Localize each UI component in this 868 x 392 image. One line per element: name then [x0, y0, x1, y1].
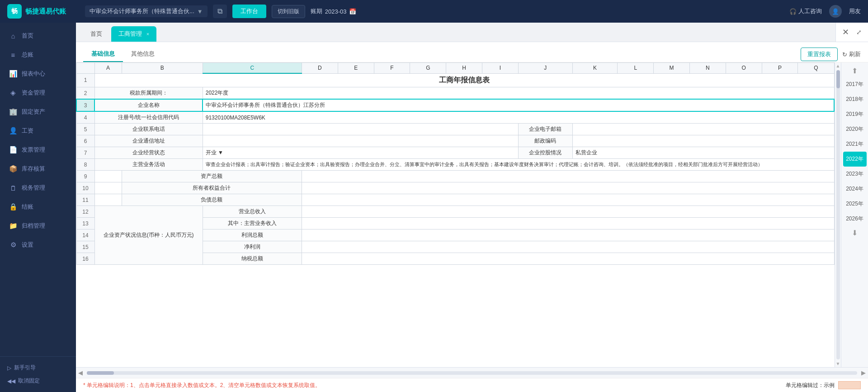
- footer-right: 单元格编辑过：示例: [786, 381, 861, 389]
- net-profit-value[interactable]: [302, 241, 834, 253]
- profit-total-value[interactable]: [302, 229, 834, 241]
- year-item-2018[interactable]: 2018年: [843, 92, 867, 107]
- scroll-up-icon[interactable]: ▲: [836, 63, 840, 68]
- chevron-down-icon: ▼: [197, 8, 203, 15]
- sidebar-item-salary[interactable]: 👤 工资: [0, 121, 76, 140]
- expand-icon[interactable]: ⤢: [854, 27, 863, 38]
- revenue-total-value[interactable]: [302, 206, 834, 218]
- tax-period-value[interactable]: 2022年度: [203, 87, 834, 100]
- reg-num-value[interactable]: 91320100MA208E5W6K: [203, 111, 834, 124]
- calendar-icon[interactable]: 📅: [349, 8, 356, 15]
- assets-value[interactable]: [302, 171, 834, 182]
- tab-business-mgmt[interactable]: 工商管理 ×: [111, 26, 156, 42]
- sidebar-item-home[interactable]: ⌂ 首页: [0, 26, 76, 45]
- postal-value[interactable]: [572, 135, 834, 147]
- unpin-button[interactable]: ◀◀ 取消固定: [7, 374, 69, 387]
- sidebar-bottom: ▷ 新手引导 ◀◀ 取消固定: [0, 356, 76, 392]
- sidebar-item-inventory[interactable]: 📦 库存核算: [0, 159, 76, 178]
- main-biz-label: 主营业务活动: [94, 159, 203, 171]
- settings-icon: ⚙: [9, 241, 17, 249]
- user-avatar[interactable]: 👤: [829, 5, 842, 18]
- refresh-button[interactable]: ↻ 刷新: [842, 50, 861, 58]
- sidebar-item-asset[interactable]: 🏢 固定资产: [0, 102, 76, 121]
- reset-table-button[interactable]: 重置报表: [801, 48, 838, 61]
- v-scrollbar[interactable]: ▲ ▼: [835, 62, 841, 367]
- row-num-13: 13: [76, 218, 94, 229]
- spreadsheet-container[interactable]: A B C D E F G H I J: [76, 62, 835, 367]
- sidebar-item-settings[interactable]: ⚙ 设置: [0, 235, 76, 254]
- year-item-2025[interactable]: 2025年: [843, 196, 867, 211]
- liab-value[interactable]: [302, 194, 834, 206]
- email-label: 企业电子邮箱: [518, 124, 572, 135]
- equity-value[interactable]: [302, 182, 834, 194]
- sidebar-item-closing[interactable]: 🔒 结账: [0, 197, 76, 216]
- contact-value[interactable]: [203, 124, 518, 135]
- tax-total-value[interactable]: [302, 253, 834, 265]
- sidebar-item-invoice[interactable]: 📄 发票管理: [0, 140, 76, 159]
- year-item-2023[interactable]: 2023年: [843, 167, 867, 182]
- salary-icon: 👤: [9, 127, 17, 135]
- new-user-guide-button[interactable]: ▷ 新手引导: [7, 361, 69, 374]
- year-scroll-down-button[interactable]: ⬇: [847, 226, 863, 239]
- table-title-cell[interactable]: 工商年报信息表: [94, 73, 834, 87]
- copy-button[interactable]: ⧉: [213, 5, 227, 18]
- sub-tab-basic[interactable]: 基础信息: [83, 47, 123, 62]
- table-row: 1 工商年报信息表: [76, 73, 834, 87]
- app-name: 畅捷通易代账: [25, 7, 66, 16]
- year-item-2024[interactable]: 2024年: [843, 182, 867, 196]
- company-selector[interactable]: 中审众环会计师事务所（特殊普通合伙... ▼: [85, 5, 208, 17]
- main-revenue-value[interactable]: [302, 218, 834, 229]
- sub-tab-other[interactable]: 其他信息: [123, 47, 163, 62]
- sidebar-item-ledger[interactable]: ≡ 总账: [0, 45, 76, 64]
- invoice-icon: 📄: [9, 146, 17, 154]
- main-biz-value[interactable]: 审查企业会计报表；出具审计报告；验证企业资本；出具验资报告；办理企业合并、分立、…: [203, 159, 834, 171]
- year-item-2017[interactable]: 2017年: [843, 77, 867, 92]
- workbench-button[interactable]: 工作台: [232, 5, 266, 18]
- sidebar-item-finance[interactable]: ◈ 资金管理: [0, 83, 76, 102]
- headset-icon: 🎧: [789, 8, 797, 15]
- tab-close-icon[interactable]: ×: [146, 31, 149, 37]
- tab-label: 工商管理: [118, 30, 142, 37]
- h-scroll-left-button[interactable]: ◀: [76, 368, 85, 378]
- row-num-11: 11: [76, 194, 94, 206]
- col-header-p: P: [762, 63, 798, 74]
- sidebar-item-archive[interactable]: 📁 归档管理: [0, 216, 76, 235]
- asset-icon: 🏢: [9, 108, 17, 116]
- window-close-icon[interactable]: ✕: [840, 25, 851, 39]
- year-item-2019[interactable]: 2019年: [843, 107, 867, 122]
- net-profit-label: 净利润: [203, 241, 302, 253]
- address-value[interactable]: [203, 135, 518, 147]
- year-scroll-up-button[interactable]: ⬆: [847, 64, 863, 77]
- biz-status-value[interactable]: 开业 ▼: [203, 147, 518, 159]
- scroll-down-icon[interactable]: ▼: [836, 361, 840, 366]
- tax-total-label: 纳税总额: [203, 253, 302, 265]
- company-name-value[interactable]: 中审众环会计师事务所（特殊普通合伙）江苏分所: [203, 99, 834, 111]
- top-right-area: 🎧 人工咨询 👤 用友: [789, 5, 861, 18]
- sidebar: ⌂ 首页 ≡ 总账 📊 报表中心 ◈ 资金管理 🏢 固定资产 👤 工资: [0, 23, 76, 392]
- v-scroll-thumb[interactable]: [836, 70, 840, 88]
- old-version-button[interactable]: 切到旧版: [272, 5, 305, 18]
- h-scroll-track[interactable]: [87, 371, 857, 375]
- sidebar-item-report[interactable]: 📊 报表中心: [0, 64, 76, 83]
- col-header-m: M: [654, 63, 690, 74]
- sidebar-item-label: 归档管理: [22, 222, 45, 230]
- year-item-2020[interactable]: 2020年: [843, 122, 867, 137]
- year-item-2022[interactable]: 2022年: [843, 152, 867, 167]
- support-button[interactable]: 🎧 人工咨询: [789, 7, 822, 15]
- h-scroll-thumb[interactable]: [87, 371, 114, 375]
- guide-icon: ▷: [7, 365, 11, 371]
- reg-num-label: 注册号/统一社会信用代码: [94, 111, 203, 124]
- tab-home[interactable]: 首页: [83, 26, 109, 42]
- year-item-2026[interactable]: 2026年: [843, 211, 867, 226]
- sidebar-item-tax[interactable]: 🗒 税务管理: [0, 178, 76, 197]
- inner-content: 基础信息 其他信息 重置报表 ↻ 刷新: [76, 42, 868, 392]
- email-value[interactable]: [572, 124, 834, 135]
- holdings-value[interactable]: 私营企业: [572, 147, 834, 159]
- year-item-2021[interactable]: 2021年: [843, 137, 867, 152]
- equity-a: [94, 182, 122, 194]
- col-header-c: C: [203, 63, 302, 74]
- h-scroll-right-button[interactable]: ▶: [859, 368, 868, 378]
- row-num-4: 4: [76, 111, 94, 124]
- col-header-f: F: [374, 63, 410, 74]
- footer-note: * 单元格编辑说明：1、点击单元格直接录入数值或文本。2、清空单元格数值或文本恢…: [76, 378, 868, 392]
